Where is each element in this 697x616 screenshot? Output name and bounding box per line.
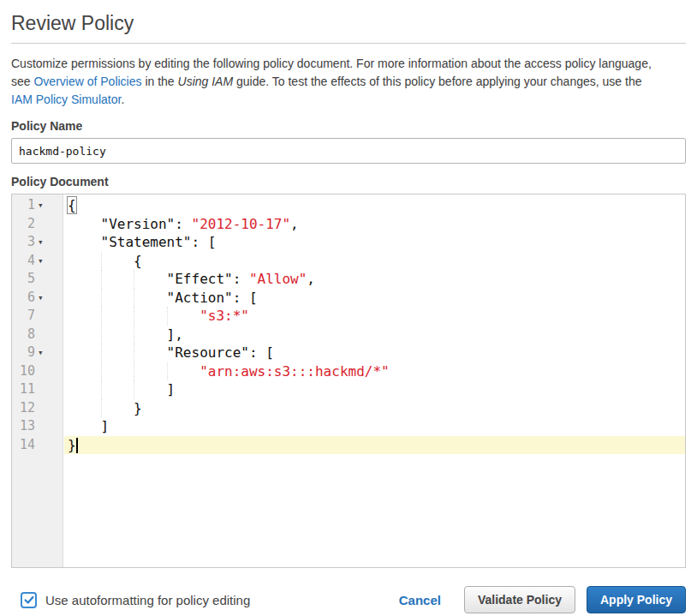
using-iam-guide-title: Using IAM [178,75,234,88]
line-number: 13 [20,417,35,436]
indent-guide [134,344,134,362]
line-number: 7 [27,307,35,326]
line-number: 11 [20,380,35,399]
code-line-14[interactable]: } [64,436,685,455]
fold-arrow-icon[interactable]: ▾ [38,233,44,252]
json-string-token: "s3:*" [200,308,249,324]
policy-document-editor[interactable]: 1▾23▾4▾56▾789▾1011121314 { "Version": "2… [11,194,686,568]
gutter-cell: 1▾ [12,196,63,215]
policy-name-input[interactable] [11,138,686,164]
line-number: 1 [27,196,35,215]
code-line-6[interactable]: "Action": [ [64,289,685,308]
code-line-8[interactable]: ], [64,326,685,344]
indent-guide [134,270,134,289]
code-line-4[interactable]: { [64,252,685,271]
indent-guide [101,270,102,289]
line-number: 14 [20,436,35,455]
line-number: 4 [27,252,35,271]
gutter-cell: 6▾ [12,289,63,308]
indent-guide [134,289,134,308]
json-token: "Statement": [ [68,234,216,250]
json-token: "Version": [68,216,192,232]
line-number: 6 [27,289,35,308]
json-token: ] [68,381,175,398]
json-token: , [290,216,299,232]
policy-document-label: Policy Document [11,175,686,188]
code-line-2[interactable]: "Version": "2012-10-17", [64,215,685,234]
line-number: 3 [27,233,35,252]
json-token: } [68,400,142,416]
json-token: { [68,197,76,213]
line-number: 10 [20,362,35,381]
json-string-token: "Allow" [249,271,307,287]
page-title: Review Policy [11,12,686,35]
indent-guide [101,307,102,326]
intro-text-5: . [121,93,124,106]
gutter-cell: 12 [12,399,63,418]
iam-policy-simulator-link[interactable]: IAM Policy Simulator [11,93,121,106]
cancel-link[interactable]: Cancel [399,593,441,607]
intro-text-3: in the [142,75,178,88]
code-line-1[interactable]: { [64,196,685,215]
indent-guide [167,362,168,381]
code-line-7[interactable]: "s3:*" [64,307,685,326]
line-number: 2 [27,215,35,234]
code-line-12[interactable]: } [64,399,685,418]
fold-arrow-icon[interactable]: ▾ [38,344,44,362]
indent-guide [134,362,134,381]
gutter-cell: 2 [12,215,63,234]
intro-paragraph: Customize permissions by editing the fol… [11,55,686,109]
gutter-cell: 7 [12,307,63,326]
line-number: 12 [20,399,35,418]
gutter-cell: 3▾ [12,233,63,252]
json-token: "Resource": [ [68,344,274,361]
gutter-cell: 5 [12,270,63,289]
indent-guide [101,362,102,381]
validate-policy-button[interactable]: Validate Policy [464,586,575,613]
overview-of-policies-link[interactable]: Overview of Policies [33,75,141,88]
gutter-cell: 4▾ [12,252,63,271]
line-number: 9 [27,344,35,362]
code-line-3[interactable]: "Statement": [ [64,233,685,252]
editor-gutter: 1▾23▾4▾56▾789▾1011121314 [12,194,63,567]
indent-guide [134,380,134,399]
title-divider [11,43,686,44]
line-number: 5 [27,270,35,289]
fold-arrow-icon[interactable]: ▾ [38,196,44,215]
code-line-10[interactable]: "arn:aws:s3:::hackmd/*" [64,362,685,381]
gutter-cell: 10 [12,362,63,381]
apply-policy-button[interactable]: Apply Policy [587,586,686,613]
json-token: { [68,253,142,269]
code-line-5[interactable]: "Effect": "Allow", [64,270,685,289]
indent-guide [101,326,102,344]
json-token: , [307,271,315,287]
autoformat-checkbox[interactable] [21,592,37,608]
json-string-token: "arn:aws:s3:::hackmd/*" [200,363,390,380]
json-token: "Effect": [68,271,249,287]
fold-arrow-icon[interactable]: ▾ [38,252,44,271]
autoformat-option[interactable]: Use autoformatting for policy editing [11,592,250,608]
fold-arrow-icon[interactable]: ▾ [38,289,44,308]
intro-text-2: see [11,75,33,88]
json-token: } [68,437,76,453]
gutter-cell: 11 [12,380,63,399]
gutter-cell: 9▾ [12,344,63,362]
indent-guide [101,289,102,308]
indent-guide [167,307,168,326]
indent-guide [134,326,134,344]
json-token: ], [68,326,183,343]
autoformat-label: Use autoformatting for policy editing [45,593,250,607]
policy-name-label: Policy Name [11,119,686,133]
code-line-11[interactable]: ] [64,380,685,399]
checkmark-icon [23,594,35,606]
indent-guide [101,380,102,399]
indent-guide [101,344,102,362]
intro-text-1: Customize permissions by editing the fol… [11,57,652,70]
json-string-token: "2012-10-17" [192,216,291,232]
editor-code[interactable]: { "Version": "2012-10-17", "Statement": … [64,194,685,567]
code-line-9[interactable]: "Resource": [ [64,344,685,362]
json-token: "Action": [ [68,290,258,306]
code-line-13[interactable]: ] [64,417,685,436]
line-number: 8 [27,326,35,344]
footer-actions: Use autoformatting for policy editing Ca… [11,586,686,613]
